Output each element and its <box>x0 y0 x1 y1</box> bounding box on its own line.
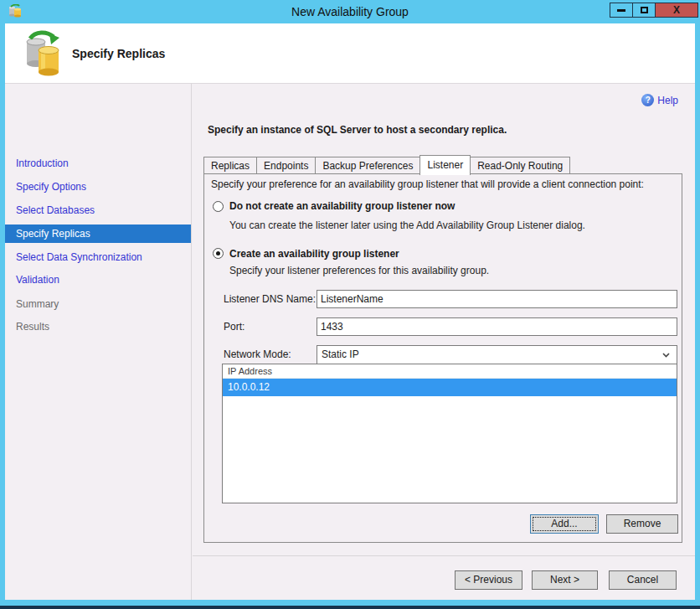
network-mode-label: Network Mode: <box>224 348 291 360</box>
radio-do-not-create-listener[interactable] <box>213 201 224 212</box>
footer-divider <box>193 555 695 556</box>
tab-backup-preferences[interactable]: Backup Preferences <box>315 157 420 174</box>
chevron-down-icon <box>662 353 670 358</box>
tab-read-only-routing[interactable]: Read-Only Routing <box>470 157 570 174</box>
close-icon: X <box>673 4 680 16</box>
title-bar: New Availability Group X <box>0 0 700 23</box>
create-listener-label[interactable]: Create an availability group listener <box>229 248 399 260</box>
tab-strip: Replicas Endpoints Backup Preferences Li… <box>203 154 569 174</box>
dialog-body: Specify Replicas Introduction Specify Op… <box>5 23 695 600</box>
sidebar-item-specify-replicas[interactable]: Specify Replicas <box>5 225 191 243</box>
page-title: Specify Replicas <box>72 47 165 60</box>
sidebar-item-select-databases[interactable]: Select Databases <box>5 201 191 219</box>
sidebar-item-results: Results <box>5 317 191 336</box>
do-not-create-listener-label[interactable]: Do not create an availability group list… <box>229 200 455 212</box>
ip-address-list: IP Address 10.0.0.12 <box>222 364 677 503</box>
replicas-database-icon <box>23 30 60 77</box>
minimize-button[interactable] <box>610 3 633 18</box>
window-title: New Availability Group <box>0 5 700 18</box>
sidebar-item-summary: Summary <box>5 295 191 313</box>
previous-button[interactable]: < Previous <box>455 570 522 590</box>
wizard-header: Specify Replicas <box>5 23 695 84</box>
sidebar-item-validation[interactable]: Validation <box>5 271 191 289</box>
port-label: Port: <box>224 321 244 333</box>
remove-button[interactable]: Remove <box>606 514 678 534</box>
minimize-icon <box>617 9 625 12</box>
ip-address-row[interactable]: 10.0.0.12 <box>223 379 677 396</box>
new-availability-group-dialog: New Availability Group X Specify Replica… <box>0 0 700 609</box>
window-bottom-edge <box>0 606 700 609</box>
create-listener-description: Specify your listener preferences for th… <box>229 265 489 276</box>
next-button[interactable]: Next > <box>532 570 598 590</box>
network-mode-value: Static IP <box>322 348 359 360</box>
sidebar-item-introduction[interactable]: Introduction <box>5 154 191 173</box>
radio-create-listener[interactable] <box>213 248 224 259</box>
maximize-button[interactable] <box>632 3 656 18</box>
maximize-icon <box>641 7 648 13</box>
listener-dns-name-input[interactable] <box>317 290 677 308</box>
tab-listener[interactable]: Listener <box>419 155 471 175</box>
network-mode-select[interactable]: Static IP <box>317 345 677 364</box>
tab-replicas[interactable]: Replicas <box>203 157 257 174</box>
wizard-steps-sidebar: Introduction Specify Options Select Data… <box>5 84 192 600</box>
close-button[interactable]: X <box>655 3 698 18</box>
sidebar-item-select-data-synchronization[interactable]: Select Data Synchronization <box>5 248 191 266</box>
ip-address-column-header: IP Address <box>223 364 677 379</box>
do-not-create-listener-description: You can create the listener later using … <box>229 219 585 231</box>
sidebar-item-specify-options[interactable]: Specify Options <box>5 178 191 196</box>
add-button[interactable]: Add... <box>530 514 599 534</box>
listener-dns-name-label: Listener DNS Name: <box>224 293 316 305</box>
cancel-button[interactable]: Cancel <box>609 570 677 590</box>
help-label: Help <box>657 95 678 106</box>
tab-endpoints[interactable]: Endpoints <box>256 157 316 174</box>
port-input[interactable] <box>317 317 677 336</box>
help-link[interactable]: ? Help <box>641 94 678 106</box>
wizard-content: ? Help Specify an instance of SQL Server… <box>193 84 695 600</box>
instruction-text: Specify an instance of SQL Server to hos… <box>208 124 507 136</box>
listener-intro-text: Specify your preference for an availabil… <box>211 178 644 190</box>
listener-tab-page: Specify your preference for an availabil… <box>203 173 682 543</box>
help-icon: ? <box>641 94 654 106</box>
